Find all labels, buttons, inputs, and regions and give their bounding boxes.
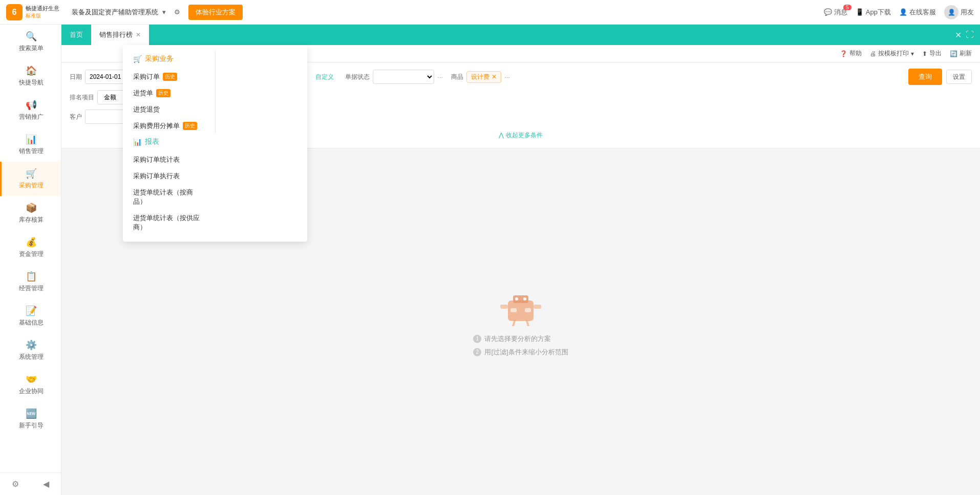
sidebar-item-guide-label: 新手引导: [19, 421, 44, 430]
guide-icon: 🆕: [26, 408, 37, 419]
menu-item-receipt-stats-goods[interactable]: 进货单统计表（按商品）: [129, 184, 209, 210]
shortcut-custom[interactable]: 自定义: [312, 72, 337, 82]
app-download-button[interactable]: 📱 App下载: [856, 8, 891, 17]
goods-tag-value: 设计费: [471, 73, 489, 81]
svg-rect-6: [500, 305, 508, 309]
industry-button[interactable]: 体验行业方案: [188, 5, 243, 20]
close-window-icon[interactable]: ✕: [955, 30, 962, 40]
print-button[interactable]: 🖨 按模板打印 ▾: [870, 49, 914, 58]
online-service-button[interactable]: 👤 在线客服: [899, 8, 936, 17]
export-button[interactable]: ⬆ 导出: [922, 49, 942, 58]
purchase-icon: 🛒: [26, 168, 37, 179]
dropdown-divider: [215, 51, 216, 134]
purchase-receipt-history: 历史: [156, 89, 171, 97]
messages-button[interactable]: 💬 消息 5: [824, 8, 847, 17]
goods-dots[interactable]: ···: [504, 73, 510, 81]
goods-label: 商品: [451, 73, 463, 81]
empty-illustration: [495, 285, 546, 326]
avatar: 👤: [944, 5, 958, 19]
sidebar-item-quick-nav-label: 快捷导航: [19, 78, 44, 87]
purchase-expense-history: 历史: [183, 122, 197, 130]
print-dropdown-arrow[interactable]: ▾: [911, 50, 914, 57]
tip-text-2: 用[过滤]条件来缩小分析范围: [484, 346, 568, 359]
sidebar-item-finance[interactable]: 💰 资金管理: [0, 230, 61, 265]
topbar-center: 装备及固定资产辅助管理系统 ▾ ⚙ 体验行业方案: [68, 5, 243, 20]
search-icon: 🔍: [26, 31, 37, 42]
sidebar-item-marketing[interactable]: 📢 营销推广: [0, 93, 61, 127]
menu-item-order-exec[interactable]: 采购订单执行表: [129, 168, 209, 184]
purchase-receipt-label: 进货单: [133, 89, 153, 98]
finance-icon: 💰: [26, 236, 37, 248]
refresh-button[interactable]: 🔄 刷新: [950, 49, 972, 58]
dropdown-col-purchase: 🛒 采购业务 采购订单 历史 进货单 历史 进货退货: [123, 51, 215, 134]
maximize-window-icon[interactable]: ⛶: [966, 30, 974, 40]
tab-sales-ranking[interactable]: 销售排行榜 ✕: [91, 25, 149, 45]
sidebar-item-system[interactable]: ⚙️ 系统管理: [0, 333, 61, 368]
svg-line-9: [527, 321, 528, 326]
tab-close-icon[interactable]: ✕: [136, 31, 141, 38]
help-button[interactable]: ❓ 帮助: [840, 49, 862, 58]
receipt-stats-supplier-label: 进货单统计表（按供应商）: [133, 213, 205, 232]
report-col-title: 报表: [145, 137, 159, 146]
sidebar-settings-button[interactable]: ⚙: [12, 479, 19, 489]
menu-item-purchase-order[interactable]: 采购订单 历史: [129, 69, 209, 85]
logo-badge: 标准版: [26, 12, 59, 19]
menu-item-purchase-expense[interactable]: 采购费用分摊单 历史: [129, 118, 209, 134]
messages-badge: 5: [843, 5, 851, 10]
svg-point-2: [515, 297, 518, 300]
basic-info-icon: 📝: [26, 305, 37, 316]
tip-text-1: 请先选择要分析的方案: [484, 332, 551, 346]
gear-button[interactable]: ⚙: [170, 5, 184, 19]
svg-rect-5: [525, 308, 531, 312]
purchase-return-label: 进货退货: [133, 105, 160, 114]
sidebar-item-operations[interactable]: 📋 经营管理: [0, 265, 61, 299]
menu-item-purchase-receipt[interactable]: 进货单 历史: [129, 85, 209, 101]
export-icon: ⬆: [922, 50, 927, 57]
user-area[interactable]: 👤 用友: [944, 5, 974, 19]
purchase-dropdown-menu: 🛒 采购业务 采购订单 历史 进货单 历史 进货退货: [123, 45, 307, 242]
online-service-label: 在线客服: [909, 8, 936, 17]
settings-button[interactable]: 设置: [946, 70, 972, 84]
menu-item-purchase-return[interactable]: 进货退货: [129, 101, 209, 118]
sidebar-item-sales[interactable]: 📊 销售管理: [0, 127, 61, 162]
sidebar-item-inventory-label: 库存核算: [19, 216, 44, 224]
doc-status-dots[interactable]: ···: [437, 73, 443, 81]
operations-icon: 📋: [26, 271, 37, 282]
purchase-col-header: 🛒 采购业务: [129, 51, 209, 67]
sidebar-item-search-label: 搜索菜单: [19, 44, 44, 53]
inventory-icon: 📦: [26, 202, 37, 213]
doc-status-select[interactable]: [373, 70, 434, 84]
customer-label: 客户: [70, 113, 82, 121]
enterprise-icon: 🤝: [26, 374, 37, 385]
purchase-expense-label: 采购费用分摊单: [133, 121, 180, 131]
goods-tag-close[interactable]: ✕: [492, 73, 497, 80]
report-col-icon: 📊: [133, 138, 142, 146]
goods-tag: 设计费 ✕: [466, 71, 501, 83]
menu-item-receipt-stats-supplier[interactable]: 进货单统计表（按供应商）: [129, 210, 209, 235]
sidebar-item-basic-info[interactable]: 📝 基础信息: [0, 299, 61, 333]
sidebar-item-operations-label: 经营管理: [19, 284, 44, 293]
export-label: 导出: [929, 49, 942, 58]
system-icon: ⚙️: [26, 339, 37, 351]
sidebar-bottom: ⚙ ◀: [0, 472, 61, 495]
menu-item-order-stats[interactable]: 采购订单统计表: [129, 152, 209, 168]
topbar: 6 畅捷通好生意 标准版 装备及固定资产辅助管理系统 ▾ ⚙ 体验行业方案 💬 …: [0, 0, 980, 25]
tab-home[interactable]: 首页: [61, 25, 91, 45]
sidebar-item-inventory[interactable]: 📦 库存核算: [0, 196, 61, 230]
sidebar-item-quick-nav[interactable]: 🏠 快捷导航: [0, 59, 61, 93]
sidebar-item-enterprise-label: 企业协同: [19, 387, 44, 396]
system-dropdown-arrow[interactable]: ▾: [162, 8, 166, 16]
purchase-col-title: 采购业务: [145, 54, 174, 63]
sidebar-item-enterprise[interactable]: 🤝 企业协同: [0, 368, 61, 402]
sidebar-item-guide[interactable]: 🆕 新手引导: [0, 402, 61, 436]
filter-doc-status: 单据状态 ···: [345, 70, 443, 84]
collapse-icon: ⋀: [499, 132, 504, 139]
sidebar-collapse-button[interactable]: ◀: [43, 479, 49, 489]
sidebar-item-search[interactable]: 🔍 搜索菜单: [0, 25, 61, 59]
svg-rect-7: [534, 305, 541, 309]
sidebar-item-purchase[interactable]: 🛒 采购管理: [0, 162, 61, 196]
purchase-order-history: 历史: [163, 73, 177, 81]
rank-label: 排名项目: [70, 93, 94, 102]
query-button[interactable]: 查询: [908, 69, 942, 85]
sidebar-item-marketing-label: 营销推广: [19, 113, 44, 121]
